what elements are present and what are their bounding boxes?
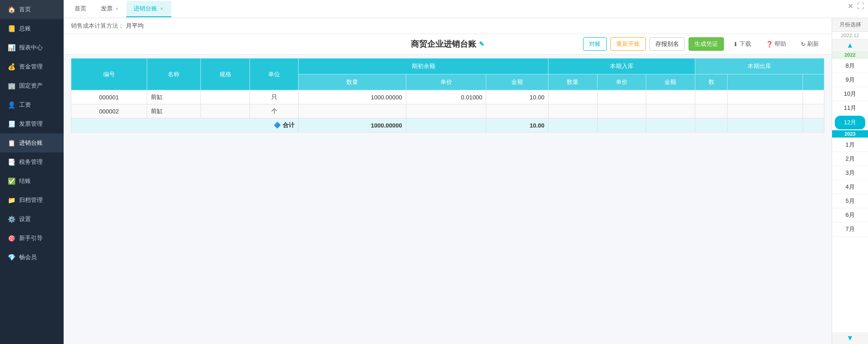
- sidebar-icon-archive: 📁: [7, 197, 15, 204]
- reconcile-button[interactable]: 对账: [583, 37, 607, 51]
- sidebar-item-tax[interactable]: 📑税务管理: [0, 152, 64, 172]
- month-item-2023-7月[interactable]: 7月: [832, 222, 868, 236]
- content-area: 销售成本计算方法： 月平均 商贸企业进销台账 ✎ 对账 重新开账 存报别名 生成…: [64, 18, 868, 344]
- help-icon: ❓: [766, 41, 773, 48]
- sidebar-item-invoice_mgmt[interactable]: 🧾发票管理: [0, 114, 64, 133]
- tab-bar: 首页发票×进销台账×: [64, 0, 868, 18]
- sidebar-item-settings[interactable]: ⚙️设置: [0, 210, 64, 229]
- month-item-2023-3月[interactable]: 3月: [832, 166, 868, 180]
- total-qty-begin: 1000.00000: [299, 118, 406, 133]
- cell-name: 前缸: [147, 104, 201, 118]
- month-item-2023-2月[interactable]: 2月: [832, 152, 868, 166]
- toolbar-right: 对账 重新开账 存报别名 生成凭证 ⬇ 下载 ❓ 帮助 ↻ 刷新: [583, 37, 824, 51]
- download-button[interactable]: ⬇ 下载: [728, 38, 757, 50]
- help-button[interactable]: ❓ 帮助: [760, 38, 792, 50]
- sidebar-label-archive: 归档管理: [19, 196, 43, 204]
- sidebar-icon-funds: 💰: [7, 63, 15, 70]
- page-title-area: 商贸企业进销台账 ✎: [411, 39, 484, 49]
- cell-qty-in: [549, 104, 598, 118]
- tab-home[interactable]: 首页: [67, 1, 94, 17]
- month-item-2022-9月[interactable]: 9月: [832, 73, 868, 87]
- sidebar-icon-ledger: 📒: [7, 25, 15, 32]
- sidebar-label-home: 首页: [19, 5, 31, 14]
- tab-label-invoice: 发票: [101, 5, 113, 13]
- cell-qty-out: [695, 90, 728, 104]
- sidebar-icon-payroll: 👤: [7, 101, 15, 108]
- table-row: 000002 前缸 个: [71, 104, 824, 118]
- maximize-window-button[interactable]: ⛶: [857, 2, 864, 10]
- month-item-2023-4月[interactable]: 4月: [832, 180, 868, 194]
- month-item-2022-8月[interactable]: 8月: [832, 59, 868, 73]
- col-header-period-out: 本期出库: [695, 59, 824, 74]
- cell-amount-out: [803, 90, 824, 104]
- sidebar-label-vip: 畅会员: [19, 253, 37, 261]
- reopen-button[interactable]: 重新开账: [610, 37, 646, 51]
- total-price-out: [728, 118, 803, 133]
- sidebar-icon-assets: 🏢: [7, 82, 15, 89]
- cell-spec: [201, 104, 250, 118]
- cell-id: 000001: [71, 90, 147, 104]
- download-icon: ⬇: [733, 41, 738, 48]
- main-content: ✕ ⛶ 首页发票×进销台账× 销售成本计算方法： 月平均 商贸企业进销台账 ✎ …: [64, 0, 868, 344]
- cost-method-label: 销售成本计算方法：: [71, 22, 124, 30]
- refresh-label: 刷新: [807, 40, 819, 48]
- sidebar-icon-home: 🏠: [7, 6, 15, 13]
- cell-qty-in: [549, 90, 598, 104]
- sidebar-icon-purchase_sales: 📋: [7, 139, 15, 147]
- cell-price-begin: [406, 104, 486, 118]
- year-2022-marker: 2022: [832, 51, 868, 59]
- month-item-2023-5月[interactable]: 5月: [832, 194, 868, 208]
- tab-close-invoice[interactable]: ×: [115, 6, 119, 11]
- month-item-2022-12月[interactable]: 12月: [835, 116, 865, 130]
- sidebar-label-guide: 新手引导: [19, 234, 43, 242]
- save-alias-button[interactable]: 存报别名: [649, 37, 685, 51]
- edit-title-icon[interactable]: ✎: [479, 40, 484, 48]
- generate-voucher-button[interactable]: 生成凭证: [688, 37, 724, 51]
- cell-price-begin: 0.01000: [406, 90, 486, 104]
- month-scroll-up-button[interactable]: ▲: [832, 39, 868, 51]
- sidebar: 🏠首页📒总账📊报表中心💰资金管理🏢固定资产👤工资🧾发票管理📋进销台账📑税务管理✅…: [0, 0, 64, 344]
- cell-qty-out: [695, 104, 728, 118]
- month-item-2022-11月[interactable]: 11月: [832, 101, 868, 115]
- month-item-2023-6月[interactable]: 6月: [832, 208, 868, 222]
- sidebar-label-invoice_mgmt: 发票管理: [19, 120, 43, 128]
- sidebar-item-purchase_sales[interactable]: 📋进销台账: [0, 133, 64, 152]
- month-list: 20228月9月10月11月12月20231月2月3月4月5月6月7月: [832, 51, 868, 332]
- sidebar-item-funds[interactable]: 💰资金管理: [0, 57, 64, 76]
- sidebar-item-guide[interactable]: 🎯新手引导: [0, 229, 64, 248]
- sidebar-icon-invoice_mgmt: 🧾: [7, 120, 15, 128]
- sidebar-item-assets[interactable]: 🏢固定资产: [0, 76, 64, 95]
- sidebar-item-home[interactable]: 🏠首页: [0, 0, 64, 19]
- close-window-button[interactable]: ✕: [848, 2, 853, 10]
- page: 销售成本计算方法： 月平均 商贸企业进销台账 ✎ 对账 重新开账 存报别名 生成…: [64, 18, 832, 344]
- sidebar-label-payroll: 工资: [19, 101, 31, 109]
- cell-unit: 只: [249, 90, 299, 104]
- month-scroll-down-button[interactable]: ▼: [832, 332, 868, 344]
- sidebar-item-ledger[interactable]: 📒总账: [0, 19, 64, 38]
- refresh-button[interactable]: ↻ 刷新: [795, 38, 824, 50]
- sidebar-label-tax: 税务管理: [19, 158, 43, 166]
- col-header-period-in: 本期入库: [549, 59, 695, 74]
- sub-header-amount-in: 金额: [646, 74, 695, 90]
- sidebar-label-checkout: 结账: [19, 177, 31, 185]
- sidebar-item-reports[interactable]: 📊报表中心: [0, 38, 64, 57]
- total-price-begin: [406, 118, 486, 133]
- table-body: 000001 前缸 只 1000.00000 0.01000 10.00 000…: [71, 90, 824, 133]
- sidebar-item-archive[interactable]: 📁归档管理: [0, 191, 64, 210]
- cell-price-in: [597, 90, 646, 104]
- col-header-unit: 单位: [249, 59, 299, 90]
- tab-close-purchase_sales[interactable]: ×: [159, 6, 164, 11]
- main-table: 编号 名称 规格 单位 期初余额 本期入库 本期出库 数量 单价 金额: [71, 58, 824, 133]
- cell-name: 前缸: [147, 90, 201, 104]
- total-qty-in: [549, 118, 598, 133]
- month-item-2022-10月[interactable]: 10月: [832, 87, 868, 101]
- tab-purchase_sales[interactable]: 进销台账×: [126, 1, 171, 17]
- month-item-2023-1月[interactable]: 1月: [832, 138, 868, 152]
- tab-invoice[interactable]: 发票×: [94, 1, 126, 17]
- sidebar-label-funds: 资金管理: [19, 63, 43, 71]
- cost-method-bar: 销售成本计算方法： 月平均: [64, 18, 832, 34]
- table-header-group: 编号 名称 规格 单位 期初余额 本期入库 本期出库: [71, 59, 824, 74]
- sidebar-item-vip[interactable]: 💎畅会员: [0, 248, 64, 267]
- sidebar-item-payroll[interactable]: 👤工资: [0, 95, 64, 114]
- sidebar-item-checkout[interactable]: ✅结账: [0, 172, 64, 191]
